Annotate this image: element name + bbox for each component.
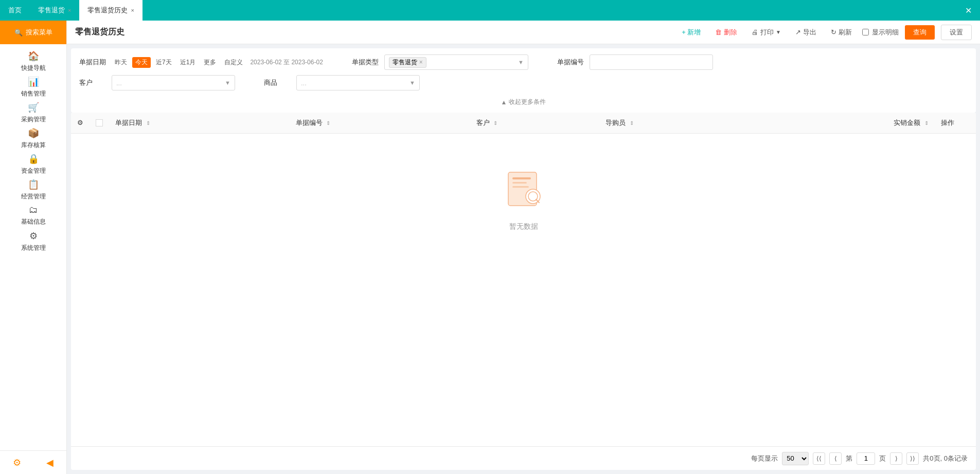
display-detail-label: 显示明细 bbox=[872, 28, 899, 37]
sidebar-search[interactable]: 🔍 搜索菜单 bbox=[0, 21, 66, 44]
prev-page-button[interactable]: ⟨ bbox=[829, 452, 842, 465]
tab-retail-return-label: 零售退货 bbox=[38, 6, 65, 15]
tab-retail-return[interactable]: 零售退货 × bbox=[30, 0, 79, 21]
customer-label: 客户 bbox=[79, 78, 108, 87]
select-all-checkbox[interactable] bbox=[96, 119, 103, 126]
sidebar-item-basic-info[interactable]: 🗂 基础信息 bbox=[0, 203, 66, 228]
last-page-button[interactable]: ⟩⟩ bbox=[906, 452, 919, 465]
print-button[interactable]: 🖨 打印 ▼ bbox=[747, 26, 785, 39]
export-button[interactable]: ↗ 导出 bbox=[791, 26, 821, 39]
first-page-button[interactable]: ⟨⟨ bbox=[813, 452, 825, 465]
page-number-input[interactable] bbox=[857, 452, 875, 465]
col-settings[interactable]: ⚙ bbox=[71, 113, 90, 133]
date-btn-yesterday[interactable]: 昨天 bbox=[112, 57, 130, 68]
page-header: 零售退货历史 + 新增 🗑 删除 🖨 打印 ▼ ↗ 导出 ↻ 刷新 bbox=[67, 21, 980, 44]
date-btn-1month[interactable]: 近1月 bbox=[177, 57, 199, 68]
sidebar-item-system-mgmt[interactable]: ⚙ 系统管理 bbox=[0, 228, 66, 254]
sidebar-item-purchase-mgmt[interactable]: 🛒 采购管理 bbox=[0, 100, 66, 125]
main-layout: 🔍 搜索菜单 🏠 快捷导航 📊 销售管理 🛒 采购管理 📦 库存核算 🔒 bbox=[0, 21, 980, 474]
col-ops-label: 操作 bbox=[941, 119, 954, 126]
col-guide[interactable]: 导购员 ⇕ bbox=[599, 113, 754, 133]
doc-num-input[interactable] bbox=[590, 54, 713, 70]
col-doc-num[interactable]: 单据编号 ⇕ bbox=[290, 113, 470, 133]
sales-mgmt-label: 销售管理 bbox=[21, 89, 46, 98]
col-customer-label: 客户 bbox=[476, 119, 490, 126]
basic-info-label: 基础信息 bbox=[21, 217, 46, 226]
table-settings-icon[interactable]: ⚙ bbox=[77, 119, 83, 126]
query-button[interactable]: 查询 bbox=[905, 25, 935, 40]
collapse-sidebar-icon[interactable]: ◀ bbox=[46, 457, 54, 468]
per-page-select[interactable]: 50 100 200 bbox=[782, 452, 809, 465]
sidebar-nav: 🏠 快捷导航 📊 销售管理 🛒 采购管理 📦 库存核算 🔒 资金管理 📋 bbox=[0, 44, 66, 450]
sidebar-item-inventory[interactable]: 📦 库存核算 bbox=[0, 125, 66, 151]
col-amount[interactable]: 实销金额 ⇕ bbox=[754, 113, 935, 133]
refresh-icon: ↻ bbox=[831, 28, 836, 36]
window-close-button[interactable]: ✕ bbox=[957, 6, 980, 15]
sidebar: 🔍 搜索菜单 🏠 快捷导航 📊 销售管理 🛒 采购管理 📦 库存核算 🔒 bbox=[0, 21, 67, 474]
doc-type-tag-close[interactable]: × bbox=[419, 59, 423, 66]
delete-button[interactable]: 🗑 删除 bbox=[711, 26, 741, 39]
tab-retail-return-history[interactable]: 零售退货历史 × bbox=[79, 0, 142, 21]
print-dropdown-icon: ▼ bbox=[776, 29, 781, 35]
date-btn-today[interactable]: 今天 bbox=[132, 57, 151, 68]
quick-nav-label: 快捷导航 bbox=[21, 64, 46, 72]
col-customer-sort: ⇕ bbox=[493, 120, 497, 126]
table-container: ⚙ 单据日期 ⇕ 单据编号 bbox=[71, 113, 976, 470]
settings-bottom-icon[interactable]: ⚙ bbox=[13, 457, 21, 468]
tab-retail-return-history-label: 零售退货历史 bbox=[87, 6, 128, 15]
operations-icon: 📋 bbox=[28, 179, 39, 190]
display-detail-toggle[interactable]: 显示明细 bbox=[862, 28, 899, 37]
sidebar-item-quick-nav[interactable]: 🏠 快捷导航 bbox=[0, 48, 66, 74]
inventory-icon: 📦 bbox=[28, 127, 39, 139]
col-doc-date[interactable]: 单据日期 ⇕ bbox=[109, 113, 290, 133]
tab-retail-return-close[interactable]: × bbox=[68, 7, 71, 13]
system-mgmt-label: 系统管理 bbox=[21, 244, 46, 252]
export-icon: ↗ bbox=[795, 28, 801, 36]
tab-home[interactable]: 首页 bbox=[0, 0, 30, 21]
print-label: 打印 bbox=[760, 28, 774, 37]
col-checkbox[interactable] bbox=[90, 113, 109, 133]
filter-row-2: 客户 ... ▼ 商品 ... ▼ bbox=[79, 75, 968, 90]
date-filter-buttons: 昨天 今天 近7天 近1月 更多 自定义 bbox=[112, 57, 246, 68]
date-btn-7days[interactable]: 近7天 bbox=[153, 57, 175, 68]
sidebar-search-label: 搜索菜单 bbox=[26, 28, 52, 37]
purchase-mgmt-icon: 🛒 bbox=[28, 102, 39, 113]
sidebar-item-sales-mgmt[interactable]: 📊 销售管理 bbox=[0, 74, 66, 100]
doc-type-tag-value: 零售退货 bbox=[393, 58, 417, 67]
collapse-icon: ▲ bbox=[501, 99, 507, 106]
display-detail-checkbox[interactable] bbox=[862, 29, 869, 35]
doc-type-select[interactable]: 零售退货 × ▼ bbox=[384, 54, 528, 70]
col-amount-label: 实销金额 bbox=[894, 119, 920, 126]
col-customer[interactable]: 客户 ⇕ bbox=[470, 113, 599, 133]
operations-label: 经营管理 bbox=[21, 192, 46, 201]
refresh-button[interactable]: ↻ 刷新 bbox=[827, 26, 856, 39]
page-title: 零售退货历史 bbox=[75, 27, 678, 38]
settings-button[interactable]: 设置 bbox=[941, 25, 972, 40]
print-icon: 🖨 bbox=[752, 28, 758, 36]
basic-info-icon: 🗂 bbox=[29, 205, 38, 215]
doc-type-tag: 零售退货 × bbox=[389, 57, 426, 68]
new-button[interactable]: + 新增 bbox=[678, 26, 705, 39]
page-unit: 页 bbox=[879, 454, 886, 463]
export-label: 导出 bbox=[803, 28, 816, 37]
date-btn-custom[interactable]: 自定义 bbox=[221, 57, 246, 68]
sidebar-item-finance[interactable]: 🔒 资金管理 bbox=[0, 151, 66, 177]
finance-icon: 🔒 bbox=[28, 153, 39, 165]
tab-retail-return-history-close[interactable]: × bbox=[131, 7, 134, 13]
tab-home-label: 首页 bbox=[8, 6, 22, 15]
sidebar-item-operations[interactable]: 📋 经营管理 bbox=[0, 177, 66, 203]
col-guide-label: 导购员 bbox=[605, 119, 626, 126]
col-doc-num-label: 单据编号 bbox=[296, 119, 323, 126]
col-amount-sort: ⇕ bbox=[924, 120, 929, 126]
inventory-label: 库存核算 bbox=[21, 141, 46, 150]
next-page-button[interactable]: ⟩ bbox=[890, 452, 902, 465]
customer-select[interactable]: ... ▼ bbox=[112, 75, 235, 90]
sidebar-bottom: ⚙ ◀ bbox=[0, 450, 66, 474]
pagination: 每页显示 50 100 200 ⟨⟨ ⟨ 第 页 ⟩ ⟩⟩ 共0页, 0条记录 bbox=[71, 446, 976, 470]
table-header-row: ⚙ 单据日期 ⇕ 单据编号 bbox=[71, 113, 976, 133]
goods-select[interactable]: ... ▼ bbox=[296, 75, 420, 90]
page-label: 第 bbox=[846, 454, 852, 463]
collapse-bar[interactable]: ▲ 收起更多条件 bbox=[79, 96, 968, 108]
date-btn-more[interactable]: 更多 bbox=[201, 57, 219, 68]
customer-filter: 客户 ... ▼ bbox=[79, 75, 235, 90]
